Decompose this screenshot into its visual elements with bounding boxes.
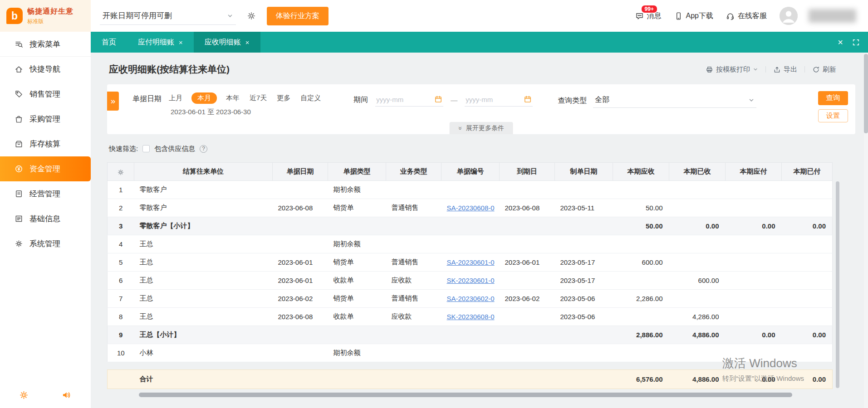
date-option-0[interactable]: 上月: [168, 92, 183, 104]
column-header[interactable]: 本期应付: [726, 163, 782, 181]
sidebar-item-system[interactable]: 系统管理: [0, 231, 91, 256]
gear-icon: [117, 169, 124, 176]
collapse-filter-button[interactable]: »: [107, 92, 119, 111]
cell-paid: [782, 290, 833, 308]
column-settings-button[interactable]: [108, 163, 134, 181]
date-option-2[interactable]: 本年: [225, 92, 240, 104]
sidebar-menu: 搜索菜单快捷导航销售管理采购管理库存核算资金管理经营管理基础信息系统管理: [0, 32, 91, 256]
filter-panel: » 单据日期 上月本月本年近7天更多自定义 2023-06-01 至 2023-…: [107, 84, 855, 134]
tab-receivable-ledger[interactable]: 应收明细账×: [194, 32, 260, 53]
table-row[interactable]: 7王总2023-06-02销货单普通销售SA-20230602-02023-06…: [108, 290, 833, 308]
cell-received: 4,286.00: [669, 308, 726, 326]
table-row[interactable]: 2零散客户2023-06-08销货单普通销售SA-20230608-02023-…: [108, 199, 833, 217]
table-row[interactable]: 3零散客户【小计】50.000.000.000.00: [108, 217, 833, 235]
column-header[interactable]: 制单日期: [555, 163, 613, 181]
date-option-4[interactable]: 更多: [276, 92, 291, 104]
doc-number-link[interactable]: SA-20230601-0: [447, 258, 495, 266]
cell-received: [669, 290, 726, 308]
settings-gear-icon[interactable]: [247, 11, 256, 20]
avatar[interactable]: [780, 7, 798, 25]
column-header[interactable]: 到期日: [500, 163, 555, 181]
sidebar-item-label: 资金管理: [29, 164, 60, 174]
table-row[interactable]: 9王总【小计】2,886.004,886.000.000.00: [108, 326, 833, 344]
settings-button[interactable]: 设置: [818, 109, 848, 122]
industry-solution-button[interactable]: 体验行业方案: [267, 7, 329, 25]
column-header[interactable]: 单据类型: [328, 163, 386, 181]
doc-number-link[interactable]: SK-20230601-0: [447, 277, 495, 284]
app-download-label: App下载: [686, 11, 713, 21]
app-title: 畅捷通好生意: [27, 7, 74, 16]
sidebar-item-sales[interactable]: 销售管理: [0, 82, 91, 107]
page-vertical-scrollbar-track: [864, 53, 868, 408]
volume-icon[interactable]: [61, 390, 71, 400]
cell-due-date: [500, 370, 555, 389]
headset-icon: [726, 12, 735, 20]
doc-number-link[interactable]: SA-20230602-0: [447, 295, 495, 302]
refresh-button[interactable]: 刷新: [812, 65, 836, 74]
tab-payable-ledger[interactable]: 应付明细账×: [127, 32, 194, 53]
table-row[interactable]: 1零散客户期初余额: [108, 181, 833, 199]
search-button[interactable]: 查询: [818, 91, 848, 105]
page-vertical-scrollbar[interactable]: [864, 54, 868, 133]
sidebar-item-inventory[interactable]: 库存核算: [0, 131, 91, 156]
include-supplier-checkbox[interactable]: [142, 145, 150, 152]
sidebar-item-business[interactable]: 经营管理: [0, 181, 91, 206]
messages-button[interactable]: 99+ 消息: [635, 11, 662, 21]
date-option-3[interactable]: 近7天: [249, 92, 268, 104]
column-header[interactable]: 单据编号: [441, 163, 500, 181]
fullscreen-icon[interactable]: [852, 39, 860, 46]
sidebar-item-purchase[interactable]: 采购管理: [0, 107, 91, 131]
query-type-select[interactable]: 全部: [593, 93, 756, 108]
tab-close-icon[interactable]: ×: [179, 39, 183, 46]
doc-number-link[interactable]: SK-20230608-0: [447, 313, 495, 321]
cell-biz-type: [386, 217, 441, 235]
period-separator: —: [451, 96, 457, 104]
quick-filter-label: 快速筛选:: [109, 145, 138, 153]
date-option-5[interactable]: 自定义: [299, 92, 322, 104]
cell-biz-type: 普通销售: [386, 199, 441, 217]
column-header[interactable]: 单据日期: [273, 163, 328, 181]
cell-receivable: [613, 235, 669, 253]
help-icon[interactable]: ?: [200, 145, 207, 153]
cell-due-date: [500, 326, 555, 344]
account-period-select[interactable]: 开账日期可停用可删: [100, 7, 236, 25]
cell-unit: 小林: [134, 344, 273, 362]
app-logo: b 畅捷通好生意 标准版: [0, 0, 91, 32]
cell-doc-no: SK-20230608-0: [441, 308, 500, 326]
doc-number-link[interactable]: SA-20230608-0: [447, 204, 495, 212]
table-row[interactable]: 8王总2023-06-08收款单应收款SK-20230608-02023-05-…: [108, 308, 833, 326]
column-header[interactable]: 本期已付: [782, 163, 833, 181]
print-by-template-button[interactable]: 按模板打印: [706, 65, 758, 74]
column-header[interactable]: 业务类型: [386, 163, 441, 181]
column-header[interactable]: 本期应收: [613, 163, 669, 181]
column-header[interactable]: 结算往来单位: [134, 163, 273, 181]
content-area: 应收明细账(按结算往来单位) 按模板打印 导出 刷新: [91, 53, 868, 408]
sidebar-item-quick-nav[interactable]: 快捷导航: [0, 57, 91, 82]
app-download-button[interactable]: App下载: [674, 11, 713, 21]
sidebar-item-search-menu[interactable]: 搜索菜单: [0, 32, 91, 57]
tab-close-icon[interactable]: ×: [245, 39, 250, 46]
cell-payable: [726, 235, 782, 253]
date-option-1[interactable]: 本月: [191, 92, 217, 104]
table-horizontal-scrollbar[interactable]: [139, 393, 792, 397]
gear-icon[interactable]: [19, 390, 29, 400]
export-button[interactable]: 导出: [773, 65, 797, 74]
date-range-text: 2023-06-01 至 2023-06-30: [168, 108, 322, 117]
tab-home[interactable]: 首页: [91, 32, 127, 53]
column-header[interactable]: 本期已收: [669, 163, 726, 181]
table-row[interactable]: 4王总期初余额: [108, 235, 833, 253]
table-row[interactable]: 10小林期初余额: [108, 344, 833, 362]
expand-more-conditions-button[interactable]: » 展开更多条件: [449, 122, 513, 134]
cell-create-date: 2023-05-06: [555, 308, 613, 326]
funds-icon: [15, 165, 23, 173]
sidebar-item-funds[interactable]: 资金管理: [0, 156, 91, 181]
print-label: 按模板打印: [716, 65, 750, 74]
online-service-button[interactable]: 在线客服: [726, 11, 767, 21]
sidebar-item-base-info[interactable]: 基础信息: [0, 206, 91, 231]
table-row[interactable]: 5王总2023-06-01销货单普通销售SA-20230601-02023-06…: [108, 253, 833, 272]
period-to-input[interactable]: yyyy-mm: [465, 93, 533, 107]
table-row[interactable]: 6王总2023-06-01收款单应收款SK-20230601-02023-05-…: [108, 272, 833, 290]
period-from-input[interactable]: yyyy-mm: [375, 93, 443, 107]
table-vertical-scrollbar[interactable]: [836, 181, 839, 388]
close-tabs-icon[interactable]: ×: [838, 38, 843, 47]
